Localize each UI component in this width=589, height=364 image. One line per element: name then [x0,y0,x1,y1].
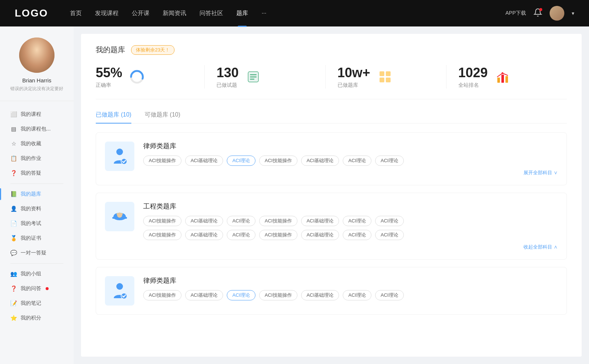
stats-row: 55% 正确率 130 已做试题 [96,65,567,99]
qbank-tag[interactable]: ACI基础理论 [301,290,339,300]
qbank-tags-lawyer-2: ACI技能操作 ACI基础理论 ACI理论 ACI技能操作 ACI基础理论 AC… [143,290,558,300]
user-avatar[interactable] [550,6,564,21]
nav-more[interactable]: ··· [261,10,266,17]
sidebar-item-certificate[interactable]: 🏅 我的证书 [0,231,74,246]
nav-discover[interactable]: 发现课程 [95,10,119,17]
qbank-tag[interactable]: ACI理论 [227,230,255,240]
svg-rect-6 [380,71,384,76]
stat-accuracy-value-wrap: 55% 正确率 [96,65,122,89]
sidebar-item-label: 我的笔记 [21,300,41,307]
sidebar-item-qa[interactable]: ❓ 我的答疑 [0,166,74,181]
sidebar-item-quiz-bank[interactable]: 📗 我的题库 [0,187,74,201]
qbank-card-engineer: 工程类题库 ACI技能操作 ACI基础理论 ACI理论 ACI技能操作 ACI基… [96,193,567,260]
questions-icon: ❓ [10,285,17,292]
quiz-bank-icon: 📗 [10,191,17,197]
tab-done-banks[interactable]: 已做题库 (10) [96,111,131,123]
stat-questions-done: 130 已做试题 [205,65,325,89]
tab-todo-banks[interactable]: 可做题库 (10) [145,111,180,123]
qbank-tag[interactable]: ACI基础理论 [301,230,339,240]
exam-icon: 📄 [10,220,17,227]
stat-accuracy-value: 55% [96,65,122,81]
sidebar-item-exam[interactable]: 📄 我的考试 [0,216,74,231]
qbank-expand-lawyer-1[interactable]: 展开全部科目 ∨ [143,169,558,176]
sidebar-avatar [19,38,54,73]
avatar-image [19,38,54,73]
stat-banks-label: 已做题库 [338,82,370,89]
sidebar-item-my-courses[interactable]: ⬜ 我的课程 [0,107,74,122]
sidebar-item-label: 我的问答 [21,285,41,292]
qbank-tags-engineer-row1: ACI技能操作 ACI基础理论 ACI理论 ACI技能操作 ACI基础理论 AC… [143,216,558,226]
qbank-tag[interactable]: ACI基础理论 [185,216,223,226]
qbank-card-lawyer-1: 律师类题库 ACI技能操作 ACI基础理论 ACI理论 ACI技能操作 ACI基… [96,132,567,185]
sidebar-item-my-points[interactable]: ⭐ 我的积分 [0,311,74,325]
avatar-image [550,6,564,21]
qbank-tag[interactable]: ACI技能操作 [259,156,297,166]
sidebar-divider-1 [10,183,63,184]
sidebar-item-homework[interactable]: 📋 我的作业 [0,151,74,166]
stat-banks-value: 10w+ [338,65,370,81]
svg-rect-10 [497,78,500,83]
sidebar-item-course-package[interactable]: ▤ 我的课程包... [0,122,74,136]
qbank-tag[interactable]: ACI理论 [343,290,371,300]
sidebar-item-label: 一对一答疑 [21,250,46,256]
star-icon: ☆ [10,140,17,147]
nav-quiz[interactable]: 题库 [236,10,248,17]
qbank-tag[interactable]: ACI理论 [343,156,371,166]
qbank-tag[interactable]: ACI理论 [375,290,404,300]
nav-qa[interactable]: 问答社区 [200,10,223,17]
certificate-icon: 🏅 [10,235,17,242]
qbank-tag[interactable]: ACI基础理论 [185,156,223,166]
qbank-tag[interactable]: ACI技能操作 [259,216,297,226]
qbank-tag[interactable]: ACI基础理论 [185,290,223,300]
sidebar-item-my-questions[interactable]: ❓ 我的问答 [0,281,74,296]
points-icon: ⭐ [10,315,17,321]
qbank-tag[interactable]: ACI基础理论 [301,156,339,166]
qbank-tag[interactable]: ACI理论 [343,230,371,240]
stat-banks-value-wrap: 10w+ 已做题库 [338,65,370,89]
stat-banks-done: 10w+ 已做题库 [326,65,447,89]
qbank-tag[interactable]: ACI基础理论 [185,230,223,240]
qbank-tag[interactable]: ACI基础理论 [301,216,339,226]
svg-point-14 [116,149,123,155]
qbank-tag[interactable]: ACI理论 [375,156,404,166]
qbank-body-lawyer-1: 律师类题库 ACI技能操作 ACI基础理论 ACI理论 ACI技能操作 ACI基… [143,142,558,176]
sidebar-username: Brian Harris [22,77,51,83]
nav-open-course[interactable]: 公开课 [132,10,149,17]
qa-icon: ❓ [10,170,17,176]
qbank-title-engineer: 工程类题库 [143,202,558,211]
qbank-collapse-engineer[interactable]: 收起全部科目 ∧ [143,244,558,250]
qbank-tag[interactable]: ACI技能操作 [259,230,297,240]
qbank-tag[interactable]: ACI技能操作 [143,156,181,166]
stat-accuracy-icon [128,68,146,86]
qbank-tag[interactable]: ACI理论 [375,230,404,240]
user-menu-chevron[interactable]: ▾ [572,10,574,16]
svg-point-19 [117,213,122,218]
sidebar-divider-2 [10,263,63,264]
package-icon: ▤ [10,126,17,132]
qbank-tag[interactable]: ACI理论 [227,216,255,226]
notification-bell[interactable] [533,8,542,18]
sidebar-item-favorites[interactable]: ☆ 我的收藏 [0,136,74,151]
qbank-tag-active[interactable]: ACI理论 [227,290,255,300]
tabs-row: 已做题库 (10) 可做题库 (10) [96,111,567,124]
sidebar-item-my-group[interactable]: 👥 我的小组 [0,267,74,281]
qbank-tag[interactable]: ACI理论 [375,216,404,226]
sidebar-item-one-on-one[interactable]: 💬 一对一答疑 [0,246,74,260]
qbank-tag[interactable]: ACI理论 [343,216,371,226]
app-download-button[interactable]: APP下载 [505,10,526,17]
nav-home[interactable]: 首页 [70,10,82,17]
sidebar-item-label: 我的答疑 [21,170,41,176]
page-header: 我的题库 体验剩余23天！ [96,45,567,55]
sidebar-item-my-profile[interactable]: 👤 我的资料 [0,201,74,216]
homework-icon: 📋 [10,155,17,162]
qbank-tag[interactable]: ACI技能操作 [143,290,181,300]
svg-rect-5 [250,79,254,80]
qbank-tag[interactable]: ACI技能操作 [143,230,181,240]
nav-news[interactable]: 新闻资讯 [163,10,186,17]
qbank-tag[interactable]: ACI技能操作 [143,216,181,226]
sidebar-item-my-notes[interactable]: 📝 我的笔记 [0,296,74,311]
stat-rank-value: 1029 [458,65,488,81]
qbank-tag[interactable]: ACI技能操作 [259,290,297,300]
qbank-tag-active[interactable]: ACI理论 [227,156,255,166]
sidebar-item-label: 我的作业 [21,155,41,162]
